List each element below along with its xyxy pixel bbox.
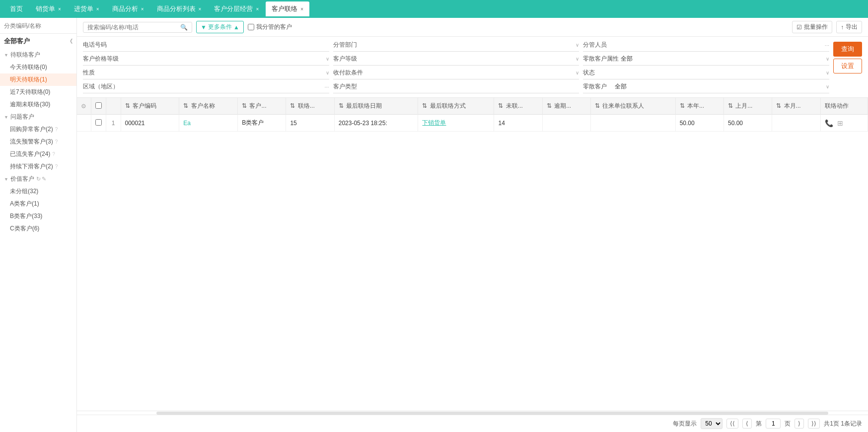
refresh-icon[interactable]: ↻ <box>36 176 41 182</box>
setting-button[interactable]: 设置 <box>833 59 862 73</box>
page-size-select[interactable]: 50 <box>701 418 723 429</box>
sidebar-item-repurchase-abnormal[interactable]: 回购异常客户(2) ? <box>0 123 76 136</box>
top-navigation: 首页 销货单 × 进货单 × 商品分析 × 商品分析列表 × 客户分层经营 × … <box>0 0 868 18</box>
sidebar-item-today-contact[interactable]: 今天待联络(0) <box>0 61 76 73</box>
col-settings[interactable]: ⚙ <box>77 98 91 115</box>
row-overdue <box>542 115 590 132</box>
sort-icon[interactable]: ⇅ <box>339 102 344 109</box>
sort-icon[interactable]: ⇅ <box>290 102 295 109</box>
col-unit-contact: ⇅ 往来单位联系人 <box>591 98 676 115</box>
filter-customer-level: 客户等级 ∨ <box>333 55 579 66</box>
edit-icon[interactable]: ✎ <box>42 176 46 182</box>
nav-sales-order[interactable]: 销货单 × <box>30 1 67 16</box>
sort-icon[interactable]: ⇅ <box>422 102 427 109</box>
nav-purchase-order[interactable]: 进货单 × <box>68 1 105 16</box>
sort-icon[interactable]: ⇅ <box>595 102 600 109</box>
sidebar-item-class-c[interactable]: C类客户(6) <box>0 222 76 235</box>
next-page-button[interactable]: ⟩ <box>795 419 804 429</box>
main-search-input[interactable] <box>87 24 178 31</box>
sidebar-search-input[interactable] <box>4 22 77 29</box>
sidebar-item-7days-contact[interactable]: 近7天待联络(0) <box>0 86 76 98</box>
first-page-button[interactable]: ⟨⟨ <box>726 419 738 429</box>
sort-icon[interactable]: ⇅ <box>125 102 130 109</box>
grid-icon[interactable]: ⊞ <box>837 119 843 127</box>
scrollbar-area[interactable] <box>77 411 868 415</box>
prev-page-button[interactable]: ⟨ <box>742 419 752 429</box>
nav-product-analysis-list[interactable]: 商品分析列表 × <box>151 1 208 16</box>
sidebar-item-overdue-contact[interactable]: 逾期未联络(30) <box>0 98 76 111</box>
close-icon[interactable]: × <box>96 6 99 12</box>
chevron-down-icon[interactable]: ∨ <box>576 42 579 48</box>
sidebar-item-declining[interactable]: 持续下滑客户(2) ? <box>0 160 76 173</box>
sidebar-group-problem[interactable]: 问题客户 <box>0 111 76 123</box>
sidebar-group-value[interactable]: 价值客户 ↻ ✎ <box>0 173 76 185</box>
row-last-month: 50.00 <box>723 115 772 132</box>
filter-retail-customer: 零散客户 全部 ∨ <box>583 82 829 93</box>
sidebar-item-churned[interactable]: 已流失客户(24) ? <box>0 148 76 160</box>
table-footer: 每页显示 50 ⟨⟨ ⟨ 第 页 ⟩ ⟩⟩ 共1页 1条记录 <box>77 415 868 432</box>
chevron-down-icon[interactable]: ∨ <box>826 84 829 89</box>
sidebar-item-tomorrow-contact[interactable]: 明天待联络(1) <box>0 73 76 86</box>
chevron-down-icon[interactable]: ∨ <box>576 70 579 75</box>
sort-icon[interactable]: ⇅ <box>728 102 733 109</box>
sort-icon[interactable]: ⇅ <box>242 102 247 109</box>
table-body: 1 000021 Ea B类客户 15 2023-05-23 18:25: 下销… <box>77 115 868 132</box>
row-this-year: 50.00 <box>675 115 723 132</box>
query-button[interactable]: 查询 <box>833 42 862 57</box>
sort-icon[interactable]: ⇅ <box>498 102 503 109</box>
chevron-down-icon[interactable]: ∨ <box>826 70 829 75</box>
sidebar-group-pending[interactable]: 待联络客户 <box>0 49 76 61</box>
row-code: 000021 <box>121 115 179 132</box>
bulk-operation-button[interactable]: ☑ 批量操作 <box>792 21 832 33</box>
last-page-button[interactable]: ⟩⟩ <box>808 419 820 429</box>
phone-icon[interactable]: 📞 <box>825 119 833 127</box>
help-icon: ? <box>55 127 58 132</box>
filter-phone: 电话号码 <box>83 41 329 52</box>
my-customers-checkbox[interactable]: 我分管的客户 <box>248 23 292 31</box>
sidebar-all-customers[interactable]: 全部客户 《 <box>0 34 76 49</box>
chevron-down-icon[interactable]: ∨ <box>326 56 329 62</box>
row-checkbox[interactable] <box>95 119 102 126</box>
sidebar-item-class-a[interactable]: A类客户(1) <box>0 198 76 210</box>
sort-icon[interactable]: ⇅ <box>680 102 685 109</box>
row-actions: 📞 ⊞ <box>820 115 868 132</box>
my-customers-check[interactable] <box>248 24 254 30</box>
sort-icon[interactable]: ⇅ <box>547 102 552 109</box>
close-icon[interactable]: × <box>141 6 144 12</box>
sidebar-item-churn-warning[interactable]: 流失预警客户(3) ? <box>0 136 76 148</box>
select-all-checkbox[interactable] <box>95 102 102 109</box>
sidebar-search-area: 🔍 <box>0 18 76 34</box>
col-no-contact: ⇅ 未联... <box>494 98 542 115</box>
nav-customer-contact[interactable]: 客户联络 × <box>266 1 309 16</box>
close-icon[interactable]: × <box>300 6 303 12</box>
close-icon[interactable]: × <box>58 6 61 12</box>
col-checkbox <box>91 98 106 115</box>
nav-customer-layering[interactable]: 客户分层经营 × <box>208 1 265 16</box>
filter-gender: 性质 ∨ <box>83 69 329 79</box>
chevron-down-icon[interactable]: ∨ <box>326 70 329 75</box>
close-icon[interactable]: × <box>256 6 259 12</box>
sort-icon[interactable]: ⇅ <box>183 102 188 109</box>
chevron-down-icon[interactable]: ∨ <box>826 56 829 62</box>
filter-row-2: 客户价格等级 ∨ 客户等级 ∨ 零散客户属性 全部 <box>83 55 829 66</box>
collapse-icon: 《 <box>67 38 72 45</box>
page-number-input[interactable] <box>766 419 781 429</box>
chevron-down-icon[interactable]: ∨ <box>576 56 579 62</box>
more-conditions-button[interactable]: ▼ 更多条件 ▲ <box>196 21 244 33</box>
filter-manager: 分管人员 ··· <box>583 41 829 52</box>
search-icon[interactable]: 🔍 <box>180 24 188 31</box>
sidebar-item-class-b[interactable]: B类客户(33) <box>0 210 76 222</box>
search-box: 🔍 <box>83 22 192 33</box>
more-options-icon[interactable]: ··· <box>825 42 829 48</box>
sort-icon[interactable]: ⇅ <box>776 102 781 109</box>
export-button[interactable]: ↑ 导出 <box>836 21 862 33</box>
col-overdue: ⇅ 逾期... <box>542 98 590 115</box>
customer-table: ⚙ ⇅ 客户编码 ⇅ 客户名称 <box>77 98 868 132</box>
nav-product-analysis[interactable]: 商品分析 × <box>106 1 150 16</box>
nav-home[interactable]: 首页 <box>4 1 29 16</box>
table-header-row: ⚙ ⇅ 客户编码 ⇅ 客户名称 <box>77 98 868 115</box>
filter-retail-attr: 零散客户属性 全部 ∨ <box>583 55 829 66</box>
close-icon[interactable]: × <box>199 6 202 12</box>
sidebar-item-ungrouped[interactable]: 未分组(32) <box>0 185 76 198</box>
more-options-icon[interactable]: ··· <box>325 84 329 90</box>
